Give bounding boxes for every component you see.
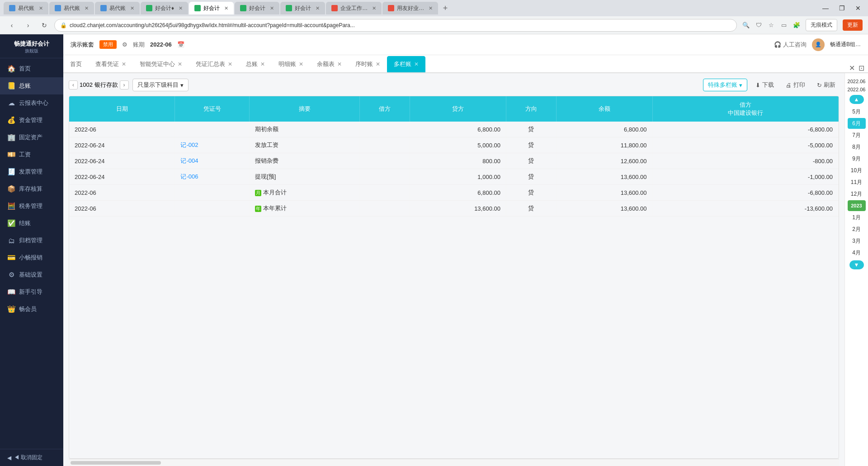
back-button[interactable]: ‹: [5, 19, 18, 32]
page-tab-general-close[interactable]: ✕: [260, 61, 265, 67]
month-item-11[interactable]: 11月: [848, 177, 866, 188]
sidebar-item-payroll[interactable]: 💴 工资: [0, 146, 63, 163]
update-button[interactable]: 更新: [843, 19, 863, 31]
month-item-6[interactable]: 6月: [848, 118, 866, 129]
special-multicolumn-button[interactable]: 特殊多栏账 ▾: [703, 79, 747, 91]
extension-icon[interactable]: 🧩: [791, 20, 802, 31]
page-tab-summary-close[interactable]: ✕: [228, 61, 232, 67]
new-tab-button[interactable]: +: [439, 2, 452, 14]
sidebar-item-funds[interactable]: 💰 资金管理: [0, 112, 63, 129]
tab-label-5: 好会计: [203, 5, 220, 12]
month-item-2023-2[interactable]: 2月: [848, 224, 866, 235]
page-tab-sequence-close[interactable]: ✕: [376, 61, 380, 67]
tab-close-5[interactable]: ✕: [224, 5, 228, 11]
page-tab-detail-close[interactable]: ✕: [299, 61, 303, 67]
stealth-mode-button[interactable]: 无痕模式: [806, 19, 837, 31]
sidebar-item-inventory[interactable]: 📦 库存核算: [0, 180, 63, 198]
page-tab-balance[interactable]: 余额表 ✕: [310, 56, 349, 72]
page-tab-summary[interactable]: 凭证汇总表 ✕: [189, 56, 239, 72]
sidebar-item-reports[interactable]: ☁ 云报表中心: [0, 94, 63, 112]
page-tab-home[interactable]: 首页: [63, 56, 89, 72]
browser-tab-1[interactable]: 易代账 ✕: [4, 2, 48, 14]
filter-dropdown[interactable]: 只显示下级科目 ▾: [132, 79, 189, 91]
refresh-button[interactable]: ↻ 刷新: [813, 79, 839, 91]
restore-button[interactable]: ❐: [835, 4, 848, 13]
month-item-5[interactable]: 5月: [848, 106, 866, 117]
month-item-12[interactable]: 12月: [848, 188, 866, 199]
browser-tab-9[interactable]: 用友好业… ✕: [382, 2, 438, 14]
sidebar-item-settle[interactable]: ✅ 结账: [0, 215, 63, 232]
page-tab-multicolumn-close[interactable]: ✕: [414, 61, 419, 67]
reload-button[interactable]: ↻: [38, 19, 51, 32]
tab-close-6[interactable]: ✕: [270, 5, 274, 11]
month-item-10[interactable]: 10月: [848, 165, 866, 176]
page-tab-general[interactable]: 总账 ✕: [239, 56, 272, 72]
sidebar-item-ledger[interactable]: 📒 总账: [0, 77, 63, 94]
browser-tab-8[interactable]: 企业工作… ✕: [326, 2, 382, 14]
consult-button[interactable]: 🎧 人工咨询: [774, 41, 807, 49]
cell-date-3: 2022-06-24: [69, 169, 175, 185]
shield-icon[interactable]: 🛡: [753, 20, 764, 31]
browser-tab-4[interactable]: 好会计♦ ✕: [141, 2, 188, 14]
sidebar-item-settings[interactable]: ⚙ 基础设置: [0, 266, 63, 283]
sidebar-item-assets[interactable]: 🏢 固定资产: [0, 129, 63, 146]
voucher-link-1[interactable]: 记-002: [180, 141, 198, 148]
settings-gear-icon[interactable]: ⚙: [122, 41, 127, 48]
tab-close-2[interactable]: ✕: [85, 5, 89, 11]
month-item-8[interactable]: 8月: [848, 141, 866, 152]
tab-close-4[interactable]: ✕: [179, 5, 183, 11]
sidebar-collapse[interactable]: ◀ ◀ 取消固定: [0, 449, 63, 466]
page-tab-sequence[interactable]: 序时账 ✕: [349, 56, 387, 72]
scrollbar-thumb[interactable]: [71, 461, 161, 465]
browser-tab-6[interactable]: 好会计 ✕: [235, 2, 279, 14]
month-item-2023-3[interactable]: 3月: [848, 235, 866, 246]
page-tab-smart[interactable]: 智能凭证中心 ✕: [133, 56, 189, 72]
sidebar-item-invoice[interactable]: 🧾 发票管理: [0, 163, 63, 180]
address-input[interactable]: 🔒 cloud2.chanjet.com/accounting/uh26t264…: [54, 19, 737, 32]
tab-close-8[interactable]: ✕: [372, 5, 376, 11]
tab-close-1[interactable]: ✕: [39, 5, 43, 11]
page-tab-voucher-close[interactable]: ✕: [122, 61, 126, 67]
page-tab-smart-close[interactable]: ✕: [178, 61, 182, 67]
close-panel-icon[interactable]: ✕: [849, 64, 855, 72]
account-prev-button[interactable]: ‹: [69, 80, 78, 89]
browser-tab-5[interactable]: 好会计 ✕: [189, 2, 234, 14]
voucher-link-3[interactable]: 记-006: [180, 173, 198, 180]
browser-tab-3[interactable]: 易代账 ✕: [95, 2, 140, 14]
tab-close-3[interactable]: ✕: [130, 5, 134, 11]
month-item-7[interactable]: 7月: [848, 130, 866, 141]
account-next-button[interactable]: ›: [120, 80, 129, 89]
calendar-icon[interactable]: 📅: [177, 41, 184, 48]
horizontal-scrollbar[interactable]: [69, 459, 839, 466]
page-tab-balance-close[interactable]: ✕: [337, 61, 342, 67]
page-tab-multicolumn[interactable]: 多栏账 ✕: [387, 56, 425, 72]
print-button[interactable]: 🖨 打印: [782, 79, 809, 91]
sidebar-toggle-icon[interactable]: ▭: [778, 20, 789, 31]
sidebar-item-guide[interactable]: 📖 新手引导: [0, 283, 63, 301]
expand-panel-icon[interactable]: ⊡: [859, 64, 864, 72]
sidebar-item-member[interactable]: 👑 畅会员: [0, 301, 63, 318]
month-item-2023-1[interactable]: 1月: [848, 212, 866, 223]
month-item-9[interactable]: 9月: [848, 153, 866, 164]
browser-tab-2[interactable]: 易代账 ✕: [49, 2, 94, 14]
page-tab-voucher[interactable]: 查看凭证 ✕: [89, 56, 133, 72]
sidebar-item-home[interactable]: 🏠 首页: [0, 60, 63, 77]
tab-close-7[interactable]: ✕: [316, 5, 320, 11]
sidebar-item-expense[interactable]: 💳 小畅报销: [0, 249, 63, 266]
star-icon[interactable]: ☆: [766, 20, 777, 31]
scroll-up-button[interactable]: ▲: [849, 95, 864, 104]
forward-button[interactable]: ›: [22, 19, 34, 32]
month-item-2023-4[interactable]: 4月: [848, 247, 866, 258]
scroll-down-button[interactable]: ▼: [849, 260, 864, 269]
browser-tab-7[interactable]: 好会计 ✕: [280, 2, 325, 14]
search-icon[interactable]: 🔍: [741, 20, 751, 31]
sidebar-item-tax[interactable]: 🧮 税务管理: [0, 198, 63, 215]
minimize-button[interactable]: —: [819, 4, 832, 13]
download-button[interactable]: ⬇ 下载: [752, 79, 778, 91]
sidebar-item-archive[interactable]: 🗂 归档管理: [0, 232, 63, 249]
voucher-link-2[interactable]: 记-004: [180, 157, 198, 164]
page-tab-detail[interactable]: 明细账 ✕: [272, 56, 310, 72]
tab-close-9[interactable]: ✕: [429, 5, 433, 11]
user-avatar[interactable]: 👤: [812, 38, 825, 51]
close-button[interactable]: ✕: [852, 4, 864, 13]
